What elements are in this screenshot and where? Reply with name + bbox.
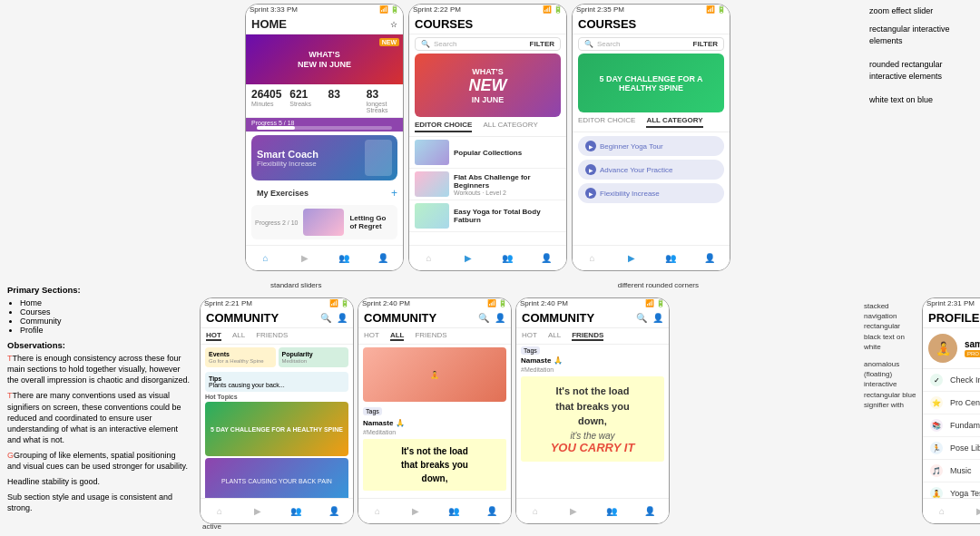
tab-all-c2[interactable]: ALL CATEGORY	[646, 116, 702, 128]
tab-hot-1[interactable]: HOT	[206, 331, 221, 341]
menu-pro-center[interactable]: ⭐ Pro Center ›	[923, 392, 980, 414]
search-icon: 🔍	[421, 40, 430, 48]
tips-card[interactable]: Tips Plants causing your back...	[205, 372, 348, 392]
ann-white-text-blue: white text on blue	[869, 94, 973, 107]
home-banner-text: WHAT'S NEW IN JUNE	[298, 50, 351, 70]
nav-comm-c2b[interactable]: 👥	[446, 504, 461, 519]
obs-5: Sub section style and usage is consisten…	[7, 492, 191, 513]
nav-play-c1b[interactable]: ▶	[250, 504, 265, 519]
nav-prof-c3[interactable]: 👤	[642, 504, 657, 519]
comm1-search-icon[interactable]: 🔍	[320, 313, 331, 323]
nav-play-c2b[interactable]: ▶	[408, 504, 423, 519]
nav-play[interactable]: ▶	[298, 251, 312, 266]
section-profile: Profile	[20, 326, 191, 335]
nav-comm-c3[interactable]: 👥	[604, 504, 619, 519]
course-item-popular[interactable]: Popular Collections	[409, 137, 566, 169]
tab-friends-2[interactable]: FRIENDS	[415, 331, 446, 341]
comm1-cards-row: Events Go for a Healthy Spine Popularity…	[201, 345, 353, 370]
phone-community-1: Sprint 2:21 PM 📶 🔋 COMMUNITY 🔍 👤 HOT ALL…	[200, 297, 354, 524]
menu-pose-library[interactable]: 🏃 Pose Library ›	[923, 437, 980, 460]
comm2-search-icon[interactable]: 🔍	[478, 313, 489, 323]
course-btn-beginner[interactable]: ▶ Beginner Yoga Tour	[578, 136, 724, 156]
home-bottom-nav: ⌂ ▶ 👥 👤	[246, 245, 403, 270]
comm3-search-icon[interactable]: 🔍	[636, 313, 647, 323]
comm3-profile-icon[interactable]: 👤	[652, 313, 663, 323]
menu-fundamentals[interactable]: 📚 Fundamentals ›	[923, 414, 980, 437]
tab-friends-3[interactable]: FRIENDS	[572, 331, 603, 341]
fundamentals-icon: 📚	[930, 419, 943, 432]
course-item-abs[interactable]: Flat Abs Challenge for Beginners Workout…	[409, 169, 566, 200]
profile-user-row[interactable]: 🧘 samang PRO 🔥 ›	[923, 328, 980, 369]
flexibility-icon: ▶	[585, 188, 596, 199]
nav-play-c1[interactable]: ▶	[461, 251, 475, 266]
ann-diff-rounded: different rounded corners	[618, 281, 699, 289]
tab-all-1[interactable]: ALL	[232, 331, 245, 341]
popularity-card[interactable]: Popularity Meditation	[279, 347, 349, 367]
phone-community-2: Sprint 2:40 PM 📶 🔋 COMMUNITY 🔍 👤 HOT ALL…	[358, 297, 512, 524]
courses1-banner[interactable]: WHAT'S NEW IN JUNE	[415, 54, 561, 117]
events-card[interactable]: Events Go for a Healthy Spine	[205, 347, 276, 367]
comm2-post-thumbnail[interactable]: 🧘	[363, 347, 506, 402]
comm3-hashtag: #Meditation	[521, 366, 664, 373]
ann-rect-interactive-r: rectangular interactive elements	[869, 24, 973, 48]
tab-editor-choice[interactable]: EDITOR CHOICE	[415, 121, 472, 132]
home-stats: 26405 Minutes 621 Streaks 83 83 longest …	[246, 84, 403, 118]
nav-home-c1b[interactable]: ⌂	[212, 504, 227, 519]
comm2-profile-icon[interactable]: 👤	[495, 313, 505, 323]
phone-home: Sprint 3:33 PM 📶 🔋 HOME ☆ WHAT'S NE	[245, 4, 404, 271]
tab-all-2[interactable]: ALL	[390, 331, 405, 341]
nav-comm-c2[interactable]: 👥	[663, 251, 678, 266]
filter-btn-2[interactable]: FILTER	[693, 40, 718, 48]
nav-prof-c2[interactable]: 👤	[702, 251, 717, 266]
nav-home-c3[interactable]: ⌂	[528, 504, 543, 519]
courses2-banner[interactable]: 5 DAY CHALLENGE FOR A HEALTHY SPINE	[578, 54, 724, 112]
nav-prof-c2b[interactable]: 👤	[485, 504, 499, 519]
home-smart-coach-card[interactable]: Smart Coach Flexibility Increase	[251, 135, 397, 180]
home-banner[interactable]: WHAT'S NEW IN JUNE NEW	[246, 34, 403, 84]
tab-all-3[interactable]: ALL	[548, 331, 561, 341]
tab-hot-3[interactable]: HOT	[522, 331, 537, 341]
comm1-profile-icon[interactable]: 👤	[337, 313, 348, 323]
menu-check-in[interactable]: ✓ Check In ›	[923, 369, 980, 392]
nav-home-c2[interactable]: ⌂	[585, 251, 600, 266]
courses2-search[interactable]: 🔍 Search FILTER	[578, 37, 724, 51]
courses2-status: Sprint 2:35 PM 📶 🔋	[573, 5, 730, 15]
course-thumb-abs	[415, 171, 449, 197]
spine-challenge-img[interactable]: 5 DAY CHALLENGE FOR A HEALTHY SPINE	[205, 402, 348, 456]
tab-friends-1[interactable]: FRIENDS	[256, 331, 288, 341]
exercise-item[interactable]: Progress 2 / 10 Letting Go of Regret	[251, 205, 397, 239]
nav-home-prof[interactable]: ⌂	[935, 504, 949, 519]
back-pain-img[interactable]: PLANTS CAUSING YOUR BACK PAIN	[205, 458, 348, 503]
nav-community[interactable]: 👥	[337, 251, 351, 266]
nav-play-prof[interactable]: ▶	[973, 504, 980, 519]
nav-home-c1[interactable]: ⌂	[422, 251, 436, 266]
comm3-status: Sprint 2:40 PM 📶 🔋	[516, 298, 669, 308]
menu-music[interactable]: 🎵 Music ›	[923, 460, 980, 482]
nav-play-c3[interactable]: ▶	[566, 504, 581, 519]
nav-home[interactable]: ⌂	[259, 251, 273, 266]
comm3-icons: 🔍 👤	[636, 313, 663, 323]
comm2-post-img: 🧘	[363, 347, 506, 402]
courses1-search[interactable]: 🔍 Search FILTER	[415, 37, 561, 51]
tab-editor-c2[interactable]: EDITOR CHOICE	[578, 116, 635, 128]
comm1-bottom-nav: ⌂ ▶ 👥 👤	[201, 498, 353, 523]
course-item-yoga[interactable]: Easy Yoga for Total Body Fatburn	[409, 200, 566, 232]
nav-play-c2[interactable]: ▶	[624, 251, 639, 266]
comm2-quote-card: It's not the load that breaks you down,	[363, 439, 506, 491]
filter-button[interactable]: FILTER	[530, 40, 554, 48]
course-btn-flexibility[interactable]: ▶ Flexibility Increase	[578, 183, 724, 203]
search-icon-2: 🔍	[584, 40, 593, 48]
nav-prof-c1b[interactable]: 👤	[327, 504, 341, 519]
music-icon: 🎵	[930, 464, 943, 477]
nav-home-c2b[interactable]: ⌂	[370, 504, 385, 519]
obs-1: TThere is enough consistency across thes…	[7, 353, 191, 385]
comm2-post-tag: Tags	[363, 407, 382, 415]
nav-prof-c1[interactable]: 👤	[539, 251, 554, 266]
nav-comm-c1b[interactable]: 👥	[289, 504, 303, 519]
tab-all-category[interactable]: ALL CATEGORY	[483, 121, 537, 132]
nav-profile[interactable]: 👤	[376, 251, 390, 266]
course-btn-advance[interactable]: ▶ Advance Your Practice	[578, 160, 724, 180]
section-courses: Courses	[20, 307, 191, 317]
tab-hot-2[interactable]: HOT	[364, 331, 379, 341]
nav-comm-c1[interactable]: 👥	[500, 251, 514, 266]
